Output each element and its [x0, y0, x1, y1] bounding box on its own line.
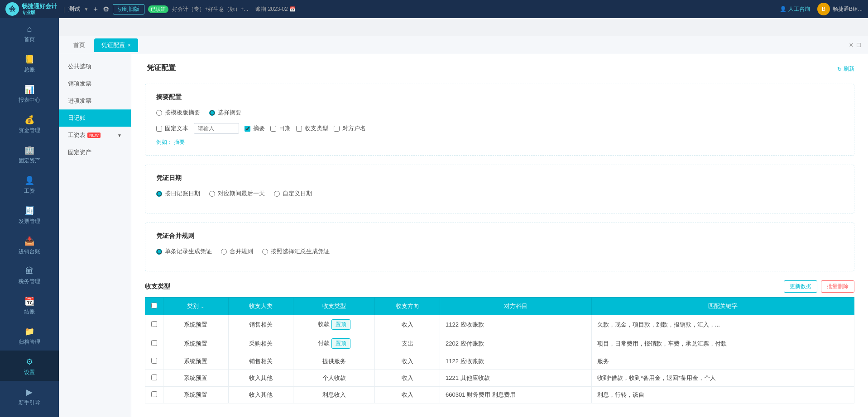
row5-checkbox[interactable] [145, 387, 163, 403]
sidebar-item-reports[interactable]: 📊 报表中心 [0, 78, 59, 109]
assets-icon: 🏢 [24, 145, 34, 155]
sidebar-item-close[interactable]: 📆 结账 [0, 290, 59, 320]
top-navigation: 会 畅捷通好会计 专业版 | 测试 ▼ ＋ ⚙ 切到旧版 已认证 好会计（专）+… [0, 0, 868, 18]
radio-single-record[interactable]: 单条记录生成凭证 [156, 247, 212, 256]
sidebar-item-invoices[interactable]: 🧾 发票管理 [0, 199, 59, 230]
summary-radio-group: 按模板版摘要 选择摘要 [156, 109, 843, 117]
update-data-button[interactable]: 更新数据 [784, 280, 817, 293]
checkbox-summary[interactable]: 摘要 [245, 124, 265, 133]
radio-summary-gen[interactable]: 按照选择汇总生成凭证 [262, 247, 330, 256]
row4-checkbox[interactable] [145, 370, 163, 387]
radio-journal-date[interactable]: 按日记账日期 [156, 190, 200, 198]
row3-category: 系统预置 [163, 353, 229, 370]
row3-direction: 收入 [375, 353, 440, 370]
th-keywords: 匹配关键字 [591, 298, 854, 315]
row5-keywords: 利息，行转，该自 [591, 387, 854, 403]
summary-section-title: 摘要配置 [156, 93, 843, 101]
sidebar-item-purchase[interactable]: 📥 进销台账 [0, 230, 59, 260]
sidebar-item-assets[interactable]: 🏢 固定资产 [0, 139, 59, 169]
row1-direction: 收入 [375, 315, 440, 334]
support-icon: 👤 [780, 6, 786, 12]
add-button[interactable]: ＋ [92, 5, 99, 14]
row5-major-type: 收入其他 [228, 387, 293, 403]
sidebar-item-payroll[interactable]: 👤 工资 [0, 169, 59, 199]
radio-select-summary[interactable]: 选择摘要 [209, 109, 241, 117]
inner-sidebar-item-journal[interactable]: 日记账 [59, 109, 131, 127]
content-area: 公共选项 销项发票 进项发票 日记账 工资表 NEW ▼ 固定资产 [59, 54, 868, 417]
merge-section: 凭证合并规则 单条记录生成凭证 合并规则 按照选择汇总生成凭证 [145, 223, 854, 271]
checkbox-counterparty[interactable]: 对方户名 [334, 124, 366, 133]
tab-home[interactable]: 首页 [66, 38, 92, 52]
row4-category: 系统预置 [163, 370, 229, 387]
sidebar-item-archive[interactable]: 📁 归档管理 [0, 320, 59, 351]
company-dropdown-icon[interactable]: ▼ [84, 7, 88, 12]
window-maximize-icon[interactable]: □ [857, 41, 861, 49]
refresh-icon: ↻ [837, 66, 842, 72]
settings-icon: ⚙ [26, 357, 33, 367]
merge-radio-group: 单条记录生成凭证 合并规则 按照选择汇总生成凭证 [156, 247, 843, 256]
row4-keywords: 收到*借款，收到*备用金，退回*备用金，个人 [591, 370, 854, 387]
batch-delete-button[interactable]: 批量删除 [821, 280, 854, 293]
archive-icon: 📁 [24, 327, 34, 336]
sidebar-item-tax[interactable]: 🏛 税务管理 [0, 260, 59, 290]
inner-sidebar: 公共选项 销项发票 进项发票 日记账 工资表 NEW ▼ 固定资产 [59, 54, 131, 417]
radio-merge-rules[interactable]: 合并规则 [221, 247, 253, 256]
guide-icon: ▶ [26, 387, 33, 397]
inner-sidebar-item-public[interactable]: 公共选项 [59, 58, 131, 75]
checkbox-date[interactable]: 日期 [270, 124, 291, 133]
sidebar-item-funds[interactable]: 💰 资金管理 [0, 109, 59, 139]
fixed-text-input[interactable] [194, 123, 239, 134]
row5-type: 利息收入 [293, 387, 375, 403]
sidebar-item-settings[interactable]: ⚙ 设置 [0, 351, 59, 381]
th-subject: 对方科目 [440, 298, 591, 315]
date-section: 凭证日期 按日记账日期 对应期间最后一天 自定义日期 [145, 165, 854, 213]
inner-sidebar-item-payroll-table[interactable]: 工资表 NEW ▼ [59, 127, 131, 144]
funds-icon: 💰 [24, 115, 34, 125]
sidebar-item-ledger[interactable]: 📒 总账 [0, 48, 59, 78]
app-name: 畅捷通好会计 [22, 3, 57, 10]
tab-voucher-config[interactable]: 凭证配置 × [94, 38, 138, 52]
summary-section: 摘要配置 按模板版摘要 选择摘要 固定文本 [145, 84, 854, 156]
switch-version-button[interactable]: 切到旧版 [113, 4, 144, 14]
sort-icon: ⌄ [201, 304, 204, 309]
purchase-icon: 📥 [24, 236, 34, 246]
sidebar-item-member[interactable]: ♾ 畅会员 [0, 411, 59, 417]
row2-top-tag-button[interactable]: 置顶 [331, 338, 350, 349]
date-section-title: 凭证日期 [156, 174, 843, 182]
checkbox-fixed-text[interactable]: 固定文本 [156, 124, 188, 133]
row2-direction: 支出 [375, 334, 440, 353]
checkbox-type[interactable]: 收支类型 [296, 124, 328, 133]
tab-bar: 首页 凭证配置 × × □ [59, 36, 868, 54]
row3-major-type: 销售相关 [228, 353, 293, 370]
row3-subject: 1122 应收账款 [440, 353, 591, 370]
tab-close-icon[interactable]: × [128, 42, 131, 48]
top-right-actions: 👤 人工咨询 B 畅捷通B组... [780, 3, 863, 15]
sidebar-label-reports: 报表中心 [19, 96, 40, 104]
sidebar-item-guide[interactable]: ▶ 新手引导 [0, 381, 59, 411]
row3-checkbox[interactable] [145, 353, 163, 370]
row1-checkbox[interactable] [145, 315, 163, 334]
radio-template-summary[interactable]: 按模板版摘要 [156, 109, 200, 117]
window-close-icon[interactable]: × [849, 41, 853, 49]
user-name: 畅捷通B组... [833, 5, 863, 13]
new-badge: NEW [87, 133, 101, 138]
radio-period-last[interactable]: 对应期间最后一天 [209, 190, 265, 198]
certified-badge: 已认证 [148, 5, 168, 13]
inner-sidebar-item-purchase-invoice[interactable]: 进项发票 [59, 92, 131, 109]
select-all-checkbox[interactable] [151, 303, 157, 308]
support-button[interactable]: 👤 人工咨询 [780, 5, 810, 13]
inner-sidebar-item-sales-invoice[interactable]: 销项发票 [59, 75, 131, 92]
sidebar-item-home[interactable]: ⌂ 首页 [0, 18, 59, 48]
logo-icon: 会 [5, 2, 19, 16]
row2-subject: 2202 应付账款 [440, 334, 591, 353]
radio-custom-date[interactable]: 自定义日期 [274, 190, 312, 198]
sidebar-label-tax: 税务管理 [19, 278, 40, 285]
home-icon: ⌂ [27, 24, 32, 34]
refresh-button[interactable]: ↻ 刷新 [837, 65, 854, 73]
inner-sidebar-item-fixed-assets[interactable]: 固定资产 [59, 144, 131, 161]
ledger-icon: 📒 [24, 54, 34, 64]
row2-checkbox[interactable] [145, 334, 163, 353]
settings-gear-icon[interactable]: ⚙ [103, 5, 109, 14]
page-title: 凭证配置 [145, 63, 176, 73]
row1-top-tag-button[interactable]: 置顶 [331, 319, 350, 330]
